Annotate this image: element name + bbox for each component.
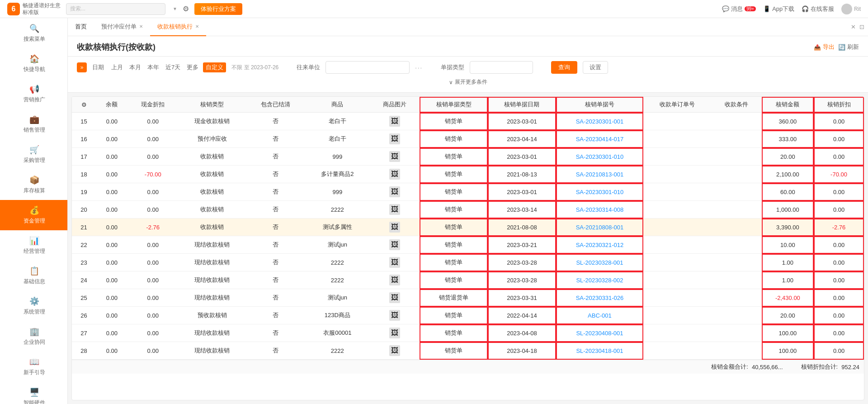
cell-bill-number[interactable]: SL-20230328-002 [556, 271, 643, 289]
sidebar-item-enterprise[interactable]: 🏢 企业协同 [0, 321, 67, 352]
cell-bill-number[interactable]: SA-20230314-008 [556, 201, 643, 219]
date-option-this-year[interactable]: 本年 [146, 62, 161, 72]
partner-input[interactable] [326, 61, 410, 74]
bill-number-link[interactable]: SA-20230314-008 [576, 206, 624, 213]
cell-include-settled: 否 [246, 236, 306, 254]
sidebar-item-shortcut[interactable]: 🏠 快捷导航 [0, 48, 67, 79]
bill-number-link[interactable]: SL-20230408-001 [576, 330, 623, 337]
cell-bill-number[interactable]: SA-20210808-001 [556, 219, 643, 236]
cell-bill-number[interactable]: SL-20230328-001 [556, 254, 643, 271]
sidebar-item-marketing[interactable]: 📢 营销推广 [0, 79, 67, 109]
sidebar-item-finance[interactable]: 💰 资金管理 [0, 200, 67, 230]
cell-bill-number[interactable]: SA-20230301-001 [556, 113, 643, 130]
col-header-balance: 余额 [96, 97, 128, 113]
cell-cancel-amount: 2,100.00 [762, 166, 814, 183]
dropdown-arrow-icon[interactable]: ▼ [173, 6, 177, 11]
close-window-icon[interactable]: ✕ [851, 24, 856, 30]
date-option-7days[interactable]: 近7天 [164, 62, 182, 72]
online-service-button[interactable]: 🎧 在线客服 [802, 5, 834, 13]
cell-include-settled: 否 [246, 219, 306, 236]
main-layout: 🔍 搜索菜单 🏠 快捷导航 📢 营销推广 💼 销售管理 🛒 采购管理 📦 库存核… [0, 18, 868, 404]
col-header-settings[interactable]: ⚙ [72, 97, 96, 113]
cell-cancel-discount: 0.00 [814, 113, 864, 130]
cell-cancel-amount: 10.00 [762, 236, 814, 254]
cell-bill-number[interactable]: SL-20230408-001 [556, 324, 643, 342]
bill-type-select[interactable] [470, 61, 533, 74]
date-option-more[interactable]: 更多 [185, 62, 200, 72]
sidebar-item-search[interactable]: 🔍 搜索菜单 [0, 18, 67, 48]
table-row: 25 0.00 0.00 现结收款核销 否 测试jun 🖼 销货退货单 2023… [72, 289, 864, 307]
col-header-goods: 商品 [305, 97, 369, 113]
cell-bill-number[interactable]: SA-20210813-001 [556, 166, 643, 183]
cell-cash-discount: -2.76 [128, 219, 178, 236]
cell-cancel-type: 预收款核销 [178, 307, 246, 324]
cell-bill-number[interactable]: SA-20230331-026 [556, 289, 643, 307]
cell-bill-number[interactable]: SA-20230321-012 [556, 236, 643, 254]
filter-bar: » 日期 上月 本月 本年 近7天 更多 自定义 不限 至 2023-07-26 [68, 57, 868, 93]
sidebar-item-inventory[interactable]: 📦 库存核算 [0, 170, 67, 200]
column-settings-icon[interactable]: ⚙ [81, 101, 87, 108]
cell-cancel-discount: 0.00 [814, 307, 864, 324]
bill-number-link[interactable]: SA-20230414-017 [576, 136, 624, 143]
settings-icon[interactable]: ⚙ [183, 5, 189, 13]
cell-bill-number[interactable]: SA-20230301-010 [556, 148, 643, 166]
cell-bill-report-type: 销货单 [420, 307, 488, 324]
message-button[interactable]: 💬 消息 99+ [722, 5, 756, 13]
bill-number-link[interactable]: SA-20230301-010 [576, 189, 624, 195]
bill-number-link[interactable]: SA-20210813-001 [576, 171, 624, 178]
bill-number-link[interactable]: SL-20230328-002 [576, 277, 623, 284]
tab-home[interactable]: 首页 [68, 18, 94, 36]
cell-cash-discount: 0.00 [128, 236, 178, 254]
bill-type-label: 单据类型 [441, 63, 464, 71]
export-button[interactable]: 📤 导出 [814, 43, 835, 51]
user-profile[interactable]: Rit [841, 4, 861, 14]
cell-goods: 2222 [305, 201, 369, 219]
cell-cancel-amount: 1.00 [762, 254, 814, 271]
cell-receipt-order-no [643, 342, 712, 360]
cell-bill-number[interactable]: SA-20230301-010 [556, 183, 643, 201]
bill-number-link[interactable]: SA-20210808-001 [576, 224, 624, 231]
bill-number-link[interactable]: ABC-001 [588, 312, 612, 319]
avatar [841, 4, 852, 14]
restore-window-icon[interactable]: ⊡ [859, 24, 864, 30]
cell-cancel-amount: 1,000.00 [762, 201, 814, 219]
table-settings-button[interactable]: 设置 [583, 61, 608, 74]
cell-bill-number[interactable]: SA-20230414-017 [556, 130, 643, 148]
bill-number-link[interactable]: SL-20230328-001 [576, 259, 623, 266]
expand-label: 展开更多条件 [455, 78, 487, 86]
filter-expand-button[interactable]: » [77, 62, 87, 72]
date-option-last-month[interactable]: 上月 [109, 62, 125, 72]
cell-no: 17 [72, 148, 96, 166]
tab-collection[interactable]: 收款核销执行 ✕ [150, 18, 206, 36]
bill-number-link[interactable]: SA-20230321-012 [576, 242, 624, 248]
query-button[interactable]: 查询 [551, 61, 577, 74]
bill-number-link[interactable]: SL-20230418-001 [576, 347, 623, 354]
tab-collection-close[interactable]: ✕ [195, 24, 199, 29]
sidebar-item-purchase[interactable]: 🛒 采购管理 [0, 139, 67, 170]
cell-bill-report-type: 销货单 [420, 113, 488, 130]
refresh-button[interactable]: 🔄 刷新 [838, 43, 859, 51]
sidebar-item-sales[interactable]: 💼 销售管理 [0, 109, 67, 139]
tab-prepay-label: 预付冲应付单 [101, 23, 137, 31]
sidebar-item-operation[interactable]: 📊 经营管理 [0, 230, 67, 261]
sidebar-item-system[interactable]: ⚙️ 系统管理 [0, 291, 67, 321]
tab-prepay[interactable]: 预付冲应付单 ✕ [94, 18, 150, 36]
sidebar-item-hardware[interactable]: 🖥️ 智能硬件 [0, 382, 67, 404]
sidebar-item-basic[interactable]: 📋 基础信息 [0, 261, 67, 291]
bill-number-link[interactable]: SA-20230301-010 [576, 153, 624, 160]
sidebar-label-purchase: 采购管理 [24, 157, 45, 164]
expand-conditions-button[interactable]: ∨ 展开更多条件 [447, 76, 489, 88]
tab-prepay-close[interactable]: ✕ [139, 24, 143, 29]
bill-number-link[interactable]: SA-20230331-026 [576, 295, 624, 301]
clipboard-icon: 📋 [29, 266, 39, 276]
date-option-this-month[interactable]: 本月 [127, 62, 143, 72]
cell-bill-report-date: 2021-08-13 [488, 166, 556, 183]
cell-bill-number[interactable]: ABC-001 [556, 307, 643, 324]
bill-number-link[interactable]: SA-20230301-001 [576, 118, 624, 125]
sidebar-item-guide[interactable]: 📖 新手引导 [0, 352, 67, 382]
cell-bill-number[interactable]: SL-20230418-001 [556, 342, 643, 360]
trial-industry-button[interactable]: 体验行业方案 [194, 3, 242, 15]
app-download-button[interactable]: 📱 App下载 [763, 5, 794, 13]
date-option-custom[interactable]: 自定义 [203, 62, 226, 72]
cell-receipt-order-no [643, 148, 712, 166]
